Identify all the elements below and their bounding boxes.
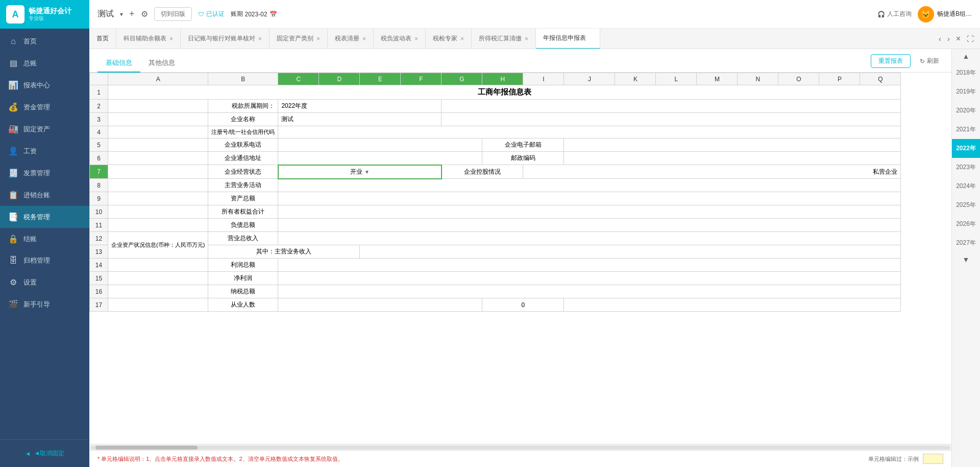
cell-5-c[interactable] <box>278 138 482 152</box>
cell-4-b[interactable]: 注册号/统一社会信用代码 <box>208 126 278 138</box>
cell-11-b[interactable]: 负债总额 <box>208 219 278 232</box>
cell-7-k[interactable]: 私营企业 <box>523 165 901 179</box>
cell-7-a[interactable] <box>108 165 208 179</box>
cell-3-b[interactable]: 企业名称 <box>208 113 278 126</box>
cell-8-rest[interactable] <box>278 179 901 192</box>
tab-tax-expert[interactable]: 税检专家 × <box>426 29 472 49</box>
customer-service-button[interactable]: 🎧 人工咨询 <box>877 10 912 18</box>
tab-annual-report[interactable]: 年报信息申报表 × <box>536 29 600 49</box>
tabs-prev-btn[interactable]: ‹ <box>937 33 943 45</box>
calendar-icon[interactable]: 📅 <box>270 11 277 18</box>
cell-2-rest[interactable] <box>442 100 901 113</box>
year-up-btn[interactable]: ▲ <box>960 49 973 63</box>
tab-aux[interactable]: 科目辅助余额表 × <box>116 29 181 49</box>
refresh-button[interactable]: ↻ 刷新 <box>916 54 943 68</box>
col-header-p[interactable]: P <box>819 73 860 85</box>
cell-10-a[interactable] <box>108 205 208 219</box>
topbar-dropdown-btn[interactable]: ▾ <box>120 11 123 18</box>
cell-7-j[interactable]: 企业控股情况 <box>442 165 523 179</box>
year-item-2022[interactable]: 2022年 <box>952 139 980 158</box>
cell-17-rest[interactable] <box>564 298 901 312</box>
tab-tax-expert-close[interactable]: × <box>460 35 464 42</box>
tab-tax-table-close[interactable]: × <box>362 35 366 42</box>
cell-14-a[interactable] <box>108 259 208 272</box>
cell-16-a[interactable] <box>108 285 208 298</box>
col-header-g[interactable]: G <box>442 73 482 85</box>
scrollbar-thumb[interactable] <box>95 446 198 450</box>
tab-journal[interactable]: 日记账与银行对账单核对 × <box>181 29 270 49</box>
cell-3-c[interactable]: 测试 <box>278 113 442 126</box>
cell-14-rest[interactable] <box>278 259 901 272</box>
cell-15-a[interactable] <box>108 272 208 285</box>
cell-5-j[interactable]: 企业电子邮箱 <box>482 138 564 152</box>
cell-15-rest[interactable] <box>278 272 901 285</box>
cell-3-a[interactable] <box>108 113 208 126</box>
cell-9-b[interactable]: 资产总额 <box>208 192 278 205</box>
year-down-btn[interactable]: ▼ <box>960 252 973 267</box>
sidebar-item-fixed-asset[interactable]: 🏭 固定资产 <box>0 118 89 140</box>
tab-tax-table[interactable]: 税表清册 × <box>328 29 374 49</box>
tabs-expand-btn[interactable]: ⛶ <box>965 33 976 45</box>
topbar-settings-btn[interactable]: ⚙ <box>141 9 148 19</box>
sidebar-item-settings[interactable]: ⚙ 设置 <box>0 271 89 293</box>
sidebar-item-fund[interactable]: 💰 资金管理 <box>0 96 89 118</box>
tab-journal-close[interactable]: × <box>258 35 262 42</box>
year-item-2027[interactable]: 2027年 <box>952 233 980 252</box>
cell-16-rest[interactable] <box>278 285 901 298</box>
tab-income-tax[interactable]: 所得税汇算清缴 × <box>472 29 536 49</box>
col-header-j[interactable]: J <box>564 73 615 85</box>
sidebar-item-salary[interactable]: 👤 工资 <box>0 140 89 162</box>
col-header-q[interactable]: Q <box>860 73 901 85</box>
sidebar-item-ledger[interactable]: ▤ 总账 <box>0 52 89 74</box>
user-profile-button[interactable]: 🐱 畅捷通B组… <box>918 6 972 22</box>
cell-12-rest[interactable] <box>278 232 901 245</box>
cell-5-b[interactable]: 企业联系电话 <box>208 138 278 152</box>
cell-12-a[interactable]: 企业资产状况信息(币种：人民币万元) <box>108 232 208 259</box>
sub-tab-basic[interactable]: 基础信息 <box>97 54 140 73</box>
cell-11-a[interactable] <box>108 219 208 232</box>
col-header-c[interactable]: C <box>278 73 319 85</box>
cell-9-a[interactable] <box>108 192 208 205</box>
year-item-2024[interactable]: 2024年 <box>952 177 980 196</box>
cell-8-b[interactable]: 主营业务活动 <box>208 179 278 192</box>
col-header-b[interactable]: B <box>208 73 278 85</box>
cell-17-c[interactable] <box>278 298 482 312</box>
cell-17-a[interactable] <box>108 298 208 312</box>
reset-report-button[interactable]: 重置报表 <box>871 54 911 68</box>
cell-7-dropdown[interactable]: 开业 ▼ <box>278 165 442 179</box>
cell-5-rest[interactable] <box>564 138 901 152</box>
cell-4-a[interactable] <box>108 126 208 138</box>
cell-6-c[interactable] <box>278 152 482 165</box>
year-item-2020[interactable]: 2020年 <box>952 101 980 120</box>
cell-12-b[interactable]: 营业总收入 <box>208 232 278 245</box>
year-item-2019[interactable]: 2019年 <box>952 82 980 101</box>
col-header-k[interactable]: K <box>615 73 656 85</box>
col-header-a[interactable]: A <box>108 73 208 85</box>
cell-6-a[interactable] <box>108 152 208 165</box>
year-item-2018[interactable]: 2018年 <box>952 63 980 82</box>
cell-9-rest[interactable] <box>278 192 901 205</box>
cell-10-b[interactable]: 所有者权益合计 <box>208 205 278 219</box>
sidebar-item-home[interactable]: ⌂ 首页 <box>0 31 89 52</box>
sidebar-item-close[interactable]: 🔒 结账 <box>0 228 89 250</box>
tab-annual-report-close[interactable]: × <box>589 35 593 42</box>
tab-aux-close[interactable]: × <box>169 35 173 42</box>
col-header-i[interactable]: I <box>523 73 564 85</box>
tab-fixed-asset-type[interactable]: 固定资产类别 × <box>270 29 328 49</box>
spreadsheet-scroll[interactable]: A B C D E F G H I J <box>89 73 951 444</box>
sidebar-item-guide[interactable]: 🎬 新手引导 <box>0 293 89 315</box>
tab-fixed-asset-type-close[interactable]: × <box>316 35 320 42</box>
topbar-add-btn[interactable]: + <box>129 9 135 19</box>
cell-17-b[interactable]: 从业人数 <box>208 298 278 312</box>
cell-2-a[interactable] <box>108 100 208 113</box>
cell-16-b[interactable]: 纳税总额 <box>208 285 278 298</box>
cell-8-a[interactable] <box>108 179 208 192</box>
tab-tax-wave[interactable]: 税负波动表 × <box>374 29 426 49</box>
tab-home[interactable]: 首页 <box>89 29 116 49</box>
cell-15-b[interactable]: 净利润 <box>208 272 278 285</box>
cell-2-b[interactable]: 税款所属期间： <box>208 100 278 113</box>
tabs-next-btn[interactable]: › <box>945 33 952 45</box>
tab-income-tax-close[interactable]: × <box>525 35 528 42</box>
cell-4-rest[interactable] <box>278 126 901 138</box>
sub-tab-other[interactable]: 其他信息 <box>140 54 183 73</box>
